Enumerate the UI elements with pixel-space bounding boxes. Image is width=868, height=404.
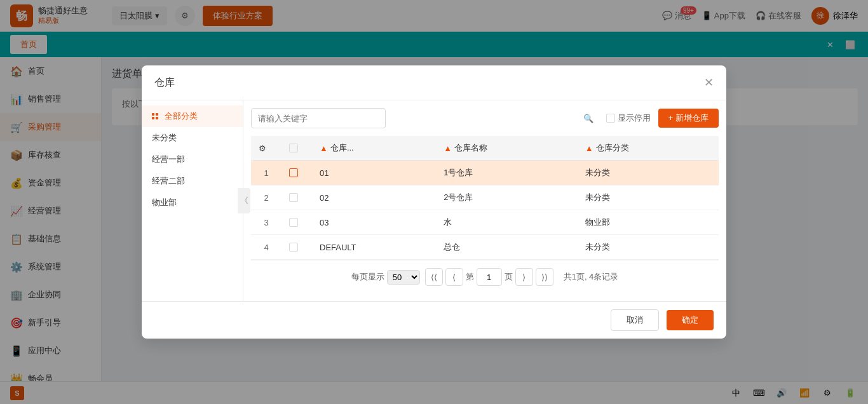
row-num-4: 4 — [251, 235, 281, 260]
sort-icon-code: ▲ — [320, 144, 328, 153]
warehouse-modal: 仓库 ✕ 全部分类 未分类 经 — [142, 65, 726, 339]
modal-footer: 取消 确定 — [142, 301, 726, 339]
collapse-panel-button[interactable]: 《 — [238, 188, 250, 213]
per-page-label: 每页显示 — [351, 271, 384, 283]
row-select-checkbox-1[interactable] — [289, 168, 298, 177]
th-category-label: 仓库分类 — [596, 142, 629, 154]
row-name-4: 总仓 — [436, 235, 577, 260]
row-checkbox-1[interactable] — [281, 161, 312, 185]
row-num-1: 1 — [251, 161, 281, 185]
show-disabled-text: 显示停用 — [618, 112, 651, 124]
modal-title: 仓库 — [154, 76, 175, 90]
page-total-info: 共1页, 4条记录 — [564, 271, 619, 283]
table-row[interactable]: 2 02 2号仓库 未分类 — [251, 185, 719, 210]
th-code-label: 仓库... — [330, 142, 354, 154]
row-checkbox-2[interactable] — [281, 185, 312, 210]
search-icon[interactable]: 🔍 — [583, 114, 593, 123]
row-checkbox-4[interactable] — [281, 235, 312, 260]
search-wrap: 🔍 — [251, 108, 599, 128]
table-body: 1 01 1号仓库 未分类 2 02 2号仓库 — [251, 161, 719, 260]
row-category-3: 物业部 — [578, 210, 719, 235]
add-warehouse-button[interactable]: + 新增仓库 — [658, 109, 719, 128]
first-page-button[interactable]: ⟨⟨ — [425, 268, 443, 286]
th-checkbox — [281, 136, 312, 161]
category-all-label: 全部分类 — [165, 111, 198, 122]
row-code-4: DEFAULT — [312, 235, 436, 260]
category-unclassified-label: 未分类 — [152, 132, 177, 144]
row-code-3: 03 — [312, 210, 436, 235]
search-bar: 🔍 显示停用 + 新增仓库 — [251, 108, 719, 128]
row-num-2: 2 — [251, 185, 281, 210]
table-header-row: ⚙ ▲ 仓库... — [251, 136, 719, 161]
row-category-4: 未分类 — [578, 235, 719, 260]
row-select-checkbox-4[interactable] — [289, 243, 298, 252]
category-property[interactable]: 物业部 — [142, 192, 243, 213]
row-category-2: 未分类 — [578, 185, 719, 210]
row-select-checkbox-2[interactable] — [289, 193, 298, 202]
row-name-1: 1号仓库 — [436, 161, 577, 185]
category-operation1-label: 经营一部 — [152, 154, 185, 165]
th-code: ▲ 仓库... — [312, 136, 436, 161]
page-input[interactable] — [477, 268, 502, 286]
grid-icon — [152, 113, 159, 119]
table-row[interactable]: 1 01 1号仓库 未分类 — [251, 161, 719, 185]
row-code-1: 01 — [312, 161, 436, 185]
sort-icon-name: ▲ — [444, 144, 452, 153]
pagination: 每页显示 50 100 200 ⟨⟨ ⟨ 第 页 ⟩ — [251, 260, 719, 293]
sort-icon-category: ▲ — [585, 144, 593, 153]
last-page-button[interactable]: ⟩⟩ — [536, 268, 553, 286]
table-row[interactable]: 3 03 水 物业部 — [251, 210, 719, 235]
category-operation1[interactable]: 经营一部 — [142, 149, 243, 170]
per-page-select: 每页显示 50 100 200 — [351, 270, 420, 285]
sort-category[interactable]: ▲ 仓库分类 — [585, 142, 711, 154]
page-label: 第 — [466, 271, 474, 283]
th-name-label: 仓库名称 — [454, 142, 487, 154]
sort-name[interactable]: ▲ 仓库名称 — [444, 142, 569, 154]
row-checkbox-3[interactable] — [281, 210, 312, 235]
category-property-label: 物业部 — [152, 197, 177, 208]
cancel-button[interactable]: 取消 — [611, 309, 659, 331]
modal-close-button[interactable]: ✕ — [704, 76, 714, 90]
select-all-checkbox[interactable] — [289, 144, 298, 152]
modal-body: 全部分类 未分类 经营一部 经营二部 物业部 《 — [142, 100, 726, 301]
page-nav: ⟨⟨ ⟨ 第 页 ⟩ ⟩⟩ — [425, 268, 553, 286]
row-code-2: 02 — [312, 185, 436, 210]
category-all[interactable]: 全部分类 — [142, 105, 243, 127]
th-name: ▲ 仓库名称 — [436, 136, 577, 161]
row-select-checkbox-3[interactable] — [289, 218, 298, 227]
page-suffix: 页 — [505, 271, 513, 283]
search-input[interactable] — [251, 108, 386, 128]
category-panel: 全部分类 未分类 经营一部 经营二部 物业部 《 — [142, 100, 243, 301]
modal-header: 仓库 ✕ — [142, 65, 726, 100]
row-name-2: 2号仓库 — [436, 185, 577, 210]
prev-page-button[interactable]: ⟨ — [445, 268, 463, 286]
settings-icon: ⚙ — [259, 144, 266, 153]
next-page-button[interactable]: ⟩ — [515, 268, 533, 286]
show-disabled-checkbox[interactable] — [606, 114, 615, 123]
warehouse-table: ⚙ ▲ 仓库... — [251, 136, 719, 260]
confirm-button[interactable]: 确定 — [667, 310, 714, 330]
table: ⚙ ▲ 仓库... — [251, 136, 719, 260]
th-settings: ⚙ — [251, 136, 281, 161]
row-category-1: 未分类 — [578, 161, 719, 185]
per-page-dropdown[interactable]: 50 100 200 — [387, 270, 420, 285]
modal-overlay: 仓库 ✕ 全部分类 未分类 经 — [0, 0, 868, 404]
row-num-3: 3 — [251, 210, 281, 235]
table-panel: 🔍 显示停用 + 新增仓库 ⚙ — [243, 100, 726, 301]
category-operation2[interactable]: 经营二部 — [142, 170, 243, 192]
sort-code[interactable]: ▲ 仓库... — [320, 142, 428, 154]
th-category: ▲ 仓库分类 — [578, 136, 719, 161]
table-row[interactable]: 4 DEFAULT 总仓 未分类 — [251, 235, 719, 260]
category-operation2-label: 经营二部 — [152, 175, 185, 187]
row-name-3: 水 — [436, 210, 577, 235]
category-unclassified[interactable]: 未分类 — [142, 127, 243, 149]
show-disabled-label[interactable]: 显示停用 — [606, 112, 651, 124]
